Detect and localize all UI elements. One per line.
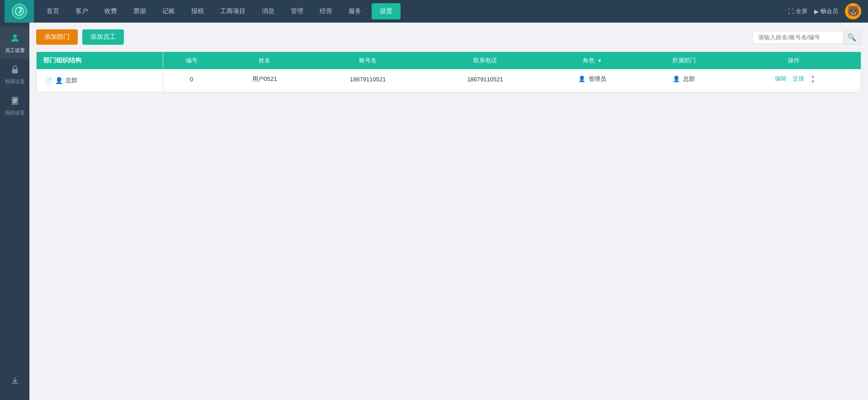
logo[interactable] (5, 0, 34, 23)
download-icon (10, 376, 20, 388)
sidebar-item-tax-report[interactable]: 报税设置 (0, 90, 29, 122)
nav-items: 首页 客户 收费 票据 记账 报税 工商项目 消息 管理 经营 服务 设置 (38, 0, 788, 23)
cell-dept: 👤 总部 (641, 69, 726, 89)
col-role: 角色 ▼ (544, 52, 641, 69)
svg-rect-2 (12, 69, 18, 73)
nav-item-tax[interactable]: 报税 (183, 0, 212, 23)
search-icon: 🔍 (847, 33, 856, 41)
cell-number: 0 (163, 69, 220, 89)
edit-link[interactable]: 编辑 (775, 75, 787, 82)
nav-item-message[interactable]: 消息 (254, 0, 283, 23)
main-layout: 员工设置 权限设置 报税设置 (0, 23, 868, 400)
sidebar-bottom (10, 371, 20, 400)
user-group-icon: 👤 (55, 77, 63, 84)
search-input[interactable] (752, 31, 843, 44)
tax-report-icon (10, 96, 20, 108)
handover-link[interactable]: 交接 (793, 75, 804, 82)
vip-icon: ▶ (814, 8, 819, 15)
dept-icon: 👤 (673, 75, 680, 82)
col-name: 姓名 (220, 52, 309, 69)
table-row: 0 用户0521 18679110521 18679110521 👤 管理员 👤… (163, 69, 861, 89)
svg-rect-7 (11, 383, 18, 384)
nav-item-manage[interactable]: 管理 (283, 0, 311, 23)
search-button[interactable]: 🔍 (843, 30, 861, 45)
fullscreen-button[interactable]: ⛶ 全屏 (788, 7, 807, 15)
file-icon: 📄 (45, 77, 52, 84)
nav-item-invoice[interactable]: 票据 (125, 0, 154, 23)
employee-table: 编号 姓名 账号名 联系电话 角色 ▼ 所属部门 操作 (163, 52, 861, 89)
col-account: 账号名 (309, 52, 426, 69)
filter-icon[interactable]: ▼ (598, 58, 602, 63)
table-panel: 编号 姓名 账号名 联系电话 角色 ▼ 所属部门 操作 (163, 52, 861, 92)
scroll-down-arrow[interactable]: ▼ (811, 79, 815, 85)
nav-item-customer[interactable]: 客户 (67, 0, 96, 23)
nav-right: ⛶ 全屏 ▶ 畅会员 🐻 (788, 3, 868, 19)
toolbar: 添加部门 添加员工 🔍 (36, 29, 861, 45)
col-phone: 联系电话 (426, 52, 543, 69)
svg-point-1 (13, 34, 17, 38)
sidebar-item-permission[interactable]: 权限设置 (0, 59, 29, 90)
table-body: 0 用户0521 18679110521 18679110521 👤 管理员 👤… (163, 69, 861, 89)
nav-item-home[interactable]: 首页 (38, 0, 67, 23)
search-area: 🔍 (752, 30, 861, 45)
col-number: 编号 (163, 52, 220, 69)
tree-item-label: 总部 (66, 76, 77, 85)
fullscreen-icon: ⛶ (788, 8, 794, 15)
cell-role: 👤 管理员 (544, 69, 641, 89)
main-content: 添加部门 添加员工 🔍 部门组织结构 📄 👤 总部 (29, 23, 868, 400)
tree-body: 📄 👤 总部 (37, 69, 163, 92)
employee-icon (9, 33, 20, 45)
col-action: 操作 (727, 52, 861, 69)
role-icon: 👤 (578, 75, 585, 82)
vip-button[interactable]: ▶ 畅会员 (814, 7, 838, 15)
sidebar-item-employee[interactable]: 员工设置 (0, 27, 29, 59)
nav-item-billing[interactable]: 收费 (96, 0, 125, 23)
nav-item-service[interactable]: 服务 (340, 0, 369, 23)
cell-action: 编辑 交接 ▲ ▼ (727, 69, 861, 89)
svg-rect-6 (13, 102, 15, 103)
content-area: 部门组织结构 📄 👤 总部 编号 姓名 账号名 (36, 52, 861, 92)
tree-panel: 部门组织结构 📄 👤 总部 (37, 52, 163, 92)
cell-name: 用户0521 (220, 69, 309, 89)
add-dept-button[interactable]: 添加部门 (36, 29, 78, 45)
svg-rect-4 (13, 99, 17, 99)
nav-item-settings[interactable]: 设置 (372, 3, 401, 19)
table-header: 编号 姓名 账号名 联系电话 角色 ▼ 所属部门 操作 (163, 52, 861, 69)
sidebar: 员工设置 权限设置 报税设置 (0, 23, 29, 400)
nav-item-bookkeeping[interactable]: 记账 (154, 0, 183, 23)
nav-item-operation[interactable]: 经营 (311, 0, 340, 23)
tree-item-root[interactable]: 📄 👤 总部 (41, 74, 158, 87)
sidebar-item-download[interactable] (10, 371, 20, 393)
svg-rect-5 (13, 100, 17, 101)
avatar[interactable]: 🐻 (845, 3, 861, 19)
add-employee-button[interactable]: 添加员工 (82, 29, 124, 45)
top-navigation: 首页 客户 收费 票据 记账 报税 工商项目 消息 管理 经营 服务 设置 ⛶ … (0, 0, 868, 23)
col-dept: 所属部门 (641, 52, 726, 69)
scroll-up-arrow[interactable]: ▲ (811, 74, 815, 79)
cell-account: 18679110521 (309, 69, 426, 89)
tree-header: 部门组织结构 (37, 52, 163, 69)
lock-icon (10, 65, 20, 76)
nav-item-business[interactable]: 工商项目 (212, 0, 254, 23)
cell-phone: 18679110521 (426, 69, 543, 89)
